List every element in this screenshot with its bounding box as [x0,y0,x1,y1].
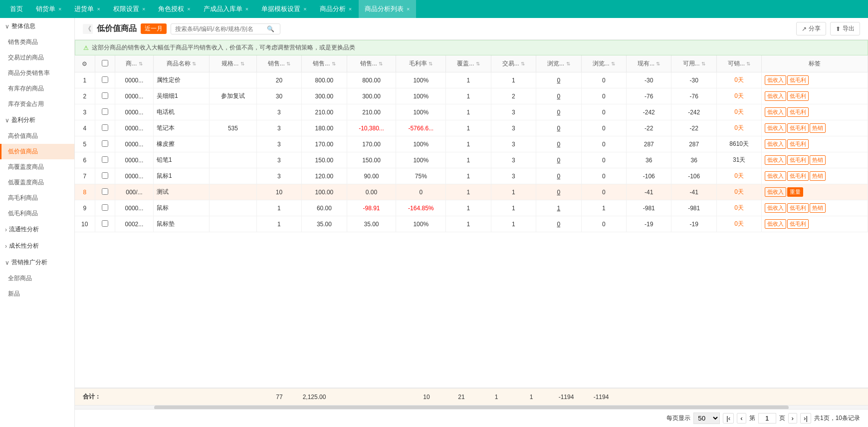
search-icon[interactable]: 🔍 [267,25,274,32]
row-checkbox-cell[interactable] [95,120,115,136]
row-views1[interactable]: 0 [536,120,581,136]
row-views1[interactable]: 0 [536,152,581,168]
row-checkbox[interactable] [102,188,108,195]
nav-permissions[interactable]: 权限设置 × [107,0,151,18]
nav-product-analysis[interactable]: 商品分析 × [314,0,358,18]
row-views1[interactable]: 1 [536,200,581,216]
nav-template-settings[interactable]: 单据模板设置 × [255,0,312,18]
row-checkbox[interactable] [102,172,108,179]
row-views1[interactable]: 0 [536,72,581,88]
close-icon[interactable]: × [407,6,410,12]
col-views2[interactable]: 浏览... ⇅ [581,55,626,72]
sidebar-item-low-value[interactable]: 低价值商品 [0,144,74,159]
sidebar-item-high-value[interactable]: 高价值商品 [0,128,74,144]
col-spec[interactable]: 规格... ⇅ [210,55,257,72]
col-sales-cost[interactable]: 销售... ⇅ [347,55,396,72]
search-input[interactable] [175,25,265,32]
col-available[interactable]: 可用... ⇅ [671,55,716,72]
col-gross-margin[interactable]: 毛利率 ⇅ [396,55,446,72]
row-views1[interactable]: 0 [536,168,581,184]
per-page-select[interactable]: 50 100 [693,413,720,424]
row-views1[interactable]: 0 [536,184,581,200]
col-code[interactable]: 商... ⇅ [115,55,153,72]
row-checkbox-cell[interactable] [95,168,115,184]
col-transactions[interactable]: 交易... ⇅ [491,55,536,72]
row-checkbox-cell[interactable] [95,200,115,216]
nav-purchase-order[interactable]: 进货单 × [68,0,106,18]
row-views1[interactable]: 0 [536,88,581,104]
select-all-checkbox[interactable] [102,60,108,66]
sidebar-item-traded-products[interactable]: 交易过的商品 [0,50,74,65]
share-button[interactable]: ↗ 分享 [796,22,826,35]
close-icon[interactable]: × [58,6,61,12]
nav-role-auth[interactable]: 角色授权 × [152,0,196,18]
sidebar-item-stock-products[interactable]: 有库存的商品 [0,81,74,96]
last-page-button[interactable]: ›| [800,413,811,424]
row-checkbox[interactable] [102,220,108,227]
row-checkbox[interactable] [102,92,108,99]
product-tag: 低毛利 [787,107,809,117]
row-checkbox-cell[interactable] [95,216,115,232]
col-sales-qty[interactable]: 销售... ⇅ [256,55,301,72]
export-button[interactable]: ⬆ 导出 [830,22,860,35]
row-checkbox[interactable] [102,108,108,115]
next-page-button[interactable]: › [788,413,797,424]
sidebar-item-high-coverage[interactable]: 高覆盖度商品 [0,159,74,175]
col-sales-amount[interactable]: 销售... ⇅ [302,55,347,72]
sidebar-item-high-margin[interactable]: 高毛利商品 [0,190,74,206]
warning-icon: ⚠ [83,44,89,51]
sidebar-group-circulation[interactable]: › 流通性分析 [0,221,74,238]
sidebar-group-profit[interactable]: ∨ 盈利分析 [0,112,74,128]
row-checkbox[interactable] [102,204,108,211]
row-checkbox-cell[interactable] [95,88,115,104]
sidebar-group-growth[interactable]: › 成长性分析 [0,238,74,254]
row-checkbox[interactable] [102,76,108,83]
col-current-stock[interactable]: 现有... ⇅ [627,55,671,72]
row-checkbox[interactable] [102,124,108,131]
page-number-input[interactable] [758,413,776,424]
col-settings[interactable]: ⚙ [75,55,95,72]
row-views2: 0 [581,168,626,184]
sidebar-item-new-products[interactable]: 新品 [0,286,74,302]
close-icon[interactable]: × [97,6,100,12]
sidebar-item-category-sales-rate[interactable]: 商品分类销售率 [0,65,74,81]
col-name[interactable]: 商品名称 ⇅ [153,55,209,72]
nav-home[interactable]: 首页 [4,0,29,18]
row-transactions: 1 [491,72,536,88]
sidebar-item-low-margin[interactable]: 低毛利商品 [0,206,74,221]
period-button[interactable]: 近一月 [141,23,167,34]
sidebar-item-inventory-capital[interactable]: 库存资金占用 [0,96,74,112]
prev-page-button[interactable]: ‹ [737,413,746,424]
close-icon[interactable]: × [245,6,248,12]
table-container[interactable]: ⚙ 商... ⇅ 商品名称 ⇅ 规格... ⇅ 销售... ⇅ 销售... ⇅ … [75,55,868,388]
sidebar-item-low-coverage[interactable]: 低覆盖度商品 [0,175,74,190]
col-coverage[interactable]: 覆盖... ⇅ [446,55,491,72]
col-views1[interactable]: 浏览... ⇅ [536,55,581,72]
close-icon[interactable]: × [187,6,190,12]
close-icon[interactable]: × [303,6,306,12]
row-checkbox-cell[interactable] [95,152,115,168]
col-sellable[interactable]: 可销... ⇅ [716,55,761,72]
row-checkbox[interactable] [102,140,108,147]
nav-product-analysis-list[interactable]: 商品分析列表 × [359,0,416,18]
sidebar-item-all-products[interactable]: 全部商品 [0,271,74,286]
row-views1[interactable]: 0 [536,104,581,120]
first-page-button[interactable]: |‹ [723,413,734,424]
row-checkbox-cell[interactable] [95,104,115,120]
collapse-sidebar-button[interactable]: 《 [83,24,93,34]
row-checkbox-cell[interactable] [95,136,115,152]
sidebar-item-sales-products[interactable]: 销售类商品 [0,34,74,50]
row-checkbox-cell[interactable] [95,72,115,88]
close-icon[interactable]: × [349,6,352,12]
close-icon[interactable]: × [142,6,145,12]
nav-sales-order[interactable]: 销货单 × [30,0,67,18]
row-views1[interactable]: 0 [536,216,581,232]
sidebar-group-marketing[interactable]: ∨ 营销推广分析 [0,254,74,271]
row-views1[interactable]: 0 [536,136,581,152]
row-checkbox-cell[interactable] [95,184,115,200]
col-check[interactable] [95,55,115,72]
row-sales-cost: -10,380... [347,120,396,136]
nav-finished-goods[interactable]: 产成品入库单 × [198,0,254,18]
sidebar-group-overall[interactable]: ∨ 整体信息 [0,18,74,34]
row-checkbox[interactable] [102,156,108,163]
